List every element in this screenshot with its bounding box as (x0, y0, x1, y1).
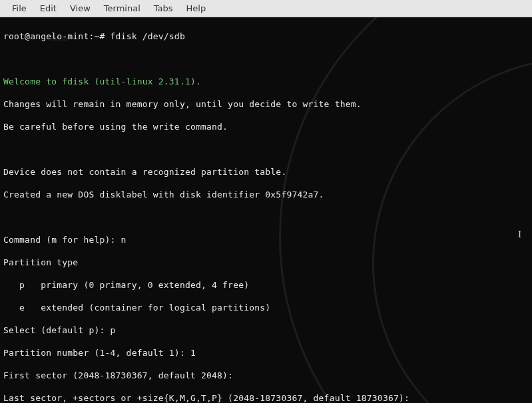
menu-view[interactable]: View (63, 1, 97, 16)
prompt-line-1: root@angelo-mint:~# fdisk /dev/sdb (3, 31, 529, 42)
output-line: Select (default p): p (3, 325, 529, 336)
output-line: e extended (container for logical partit… (3, 302, 529, 313)
output-line: Partition type (3, 257, 529, 268)
output-line: First sector (2048-18730367, default 204… (3, 370, 529, 381)
output-line: Device does not contain a recognized par… (3, 166, 529, 178)
menubar: File Edit View Terminal Tabs Help (0, 0, 532, 17)
menu-file[interactable]: File (5, 1, 33, 16)
terminal-output[interactable]: root@angelo-mint:~# fdisk /dev/sdb Welco… (0, 17, 532, 403)
prompt-1: root@angelo-mint:~# (3, 31, 111, 41)
menu-help[interactable]: Help (180, 1, 213, 16)
menu-tabs[interactable]: Tabs (147, 1, 180, 16)
output-line: Changes will remain in memory only, unti… (3, 98, 529, 110)
terminal-area[interactable]: Home root@angelo-mint:~# fdisk /dev/sdb … (0, 17, 532, 403)
output-line (3, 144, 529, 155)
blank (3, 53, 529, 65)
output-line: p primary (0 primary, 0 extended, 4 free… (3, 279, 529, 291)
output-line: Created a new DOS disklabel with disk id… (3, 189, 529, 200)
output-line: Be careful before using the write comman… (3, 121, 529, 132)
welcome-line: Welcome to fdisk (util-linux 2.31.1). (3, 76, 529, 87)
output-line: Command (m for help): n (3, 234, 529, 245)
output-line: Partition number (1-4, default 1): 1 (3, 347, 529, 358)
output-line: Last sector, +sectors or +size{K,M,G,T,P… (3, 392, 529, 403)
menu-terminal[interactable]: Terminal (97, 1, 147, 16)
output-line (3, 211, 529, 223)
menu-edit[interactable]: Edit (33, 1, 63, 16)
command-1: fdisk /dev/sdb (111, 31, 185, 41)
